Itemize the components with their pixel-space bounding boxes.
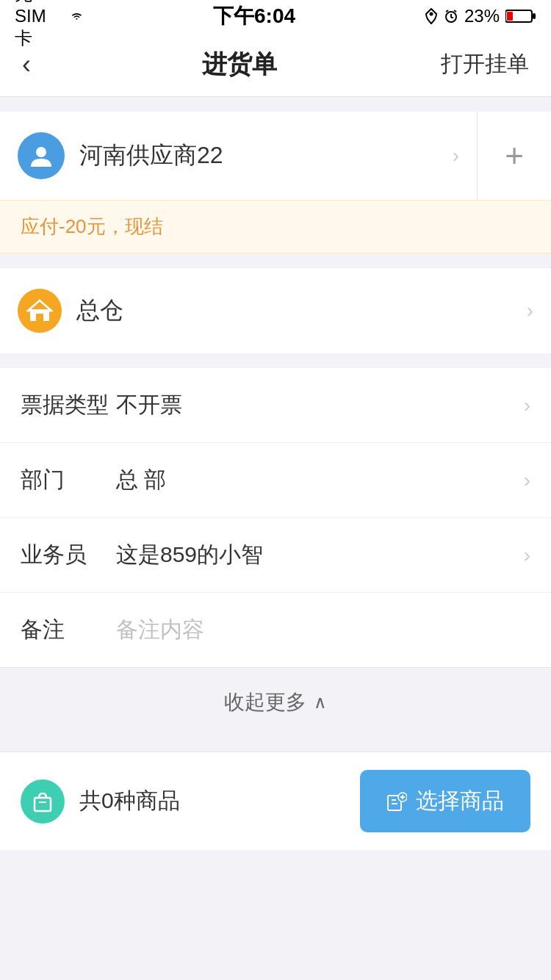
supplier-name: 河南供应商22: [79, 140, 445, 172]
alarm-icon: [444, 8, 458, 24]
invoice-type-value: 不开票: [109, 390, 516, 420]
battery-text: 23%: [464, 6, 500, 26]
department-value: 总 部: [109, 465, 516, 495]
salesperson-chevron-icon: ›: [524, 544, 530, 567]
svg-point-0: [429, 12, 433, 16]
shopping-bag-icon: [30, 789, 55, 814]
invoice-chevron-icon: ›: [524, 394, 530, 417]
supplier-avatar: [18, 132, 65, 179]
battery-icon: [505, 9, 536, 24]
svg-line-5: [454, 10, 456, 12]
department-chevron-icon: ›: [524, 469, 530, 492]
invoice-type-label: 票据类型: [21, 390, 109, 420]
warehouse-name: 总仓: [76, 295, 519, 327]
invoice-type-row[interactable]: 票据类型 不开票 ›: [0, 368, 551, 443]
add-product-icon: [386, 791, 407, 812]
select-product-button[interactable]: 选择商品: [360, 770, 530, 832]
status-time: 下午6:04: [213, 2, 295, 30]
wifi-icon: [70, 9, 84, 24]
warehouse-building-icon: [26, 298, 53, 324]
notice-text: 应付-20元，现结: [21, 215, 163, 237]
salesperson-row[interactable]: 业务员 这是859的小智 ›: [0, 518, 551, 593]
collapse-text: 收起更多: [224, 688, 306, 716]
bottom-bar: 共0种商品 选择商品: [0, 752, 551, 850]
back-button[interactable]: ‹: [22, 42, 38, 87]
supplier-chevron-icon: ›: [453, 144, 459, 167]
svg-rect-12: [36, 314, 43, 321]
svg-line-4: [446, 10, 448, 12]
status-right: 23%: [425, 6, 536, 26]
salesperson-label: 业务员: [21, 540, 109, 570]
svg-marker-11: [28, 300, 51, 311]
notice-banner: 应付-20元，现结: [0, 200, 551, 253]
warehouse-icon-bg: [18, 289, 62, 333]
page-title: 进货单: [202, 48, 277, 82]
svg-rect-8: [507, 12, 513, 21]
salesperson-value: 这是859的小智: [109, 540, 516, 570]
warehouse-chevron-icon: ›: [527, 299, 533, 323]
warehouse-selector[interactable]: 总仓 ›: [0, 268, 551, 353]
remark-input[interactable]: 备注内容: [109, 615, 530, 645]
supplier-section: 河南供应商22 › +: [0, 112, 551, 200]
remark-label: 备注: [21, 615, 109, 645]
svg-point-9: [36, 147, 46, 157]
supplier-selector[interactable]: 河南供应商22 ›: [0, 112, 478, 200]
person-icon: [28, 143, 54, 169]
status-bar: 无 SIM 卡 下午6:04 23%: [0, 0, 551, 32]
product-icon-bg: [21, 779, 65, 824]
supplier-add-button[interactable]: +: [478, 112, 551, 200]
svg-rect-7: [533, 13, 536, 19]
department-label: 部门: [21, 465, 109, 495]
remark-row[interactable]: 备注 备注内容: [0, 593, 551, 667]
svg-rect-13: [35, 798, 51, 811]
select-product-label: 选择商品: [416, 786, 504, 816]
gray-background: [0, 850, 551, 980]
form-section: 票据类型 不开票 › 部门 总 部 › 业务员 这是859的小智 › 备注 备注…: [0, 368, 551, 667]
product-count-text: 共0种商品: [79, 786, 360, 816]
location-icon: [425, 8, 438, 24]
open-pending-button[interactable]: 打开挂单: [441, 49, 529, 79]
collapse-icon: ∧: [314, 692, 327, 713]
department-row[interactable]: 部门 总 部 ›: [0, 443, 551, 518]
collapse-toggle[interactable]: 收起更多 ∧: [0, 667, 551, 737]
